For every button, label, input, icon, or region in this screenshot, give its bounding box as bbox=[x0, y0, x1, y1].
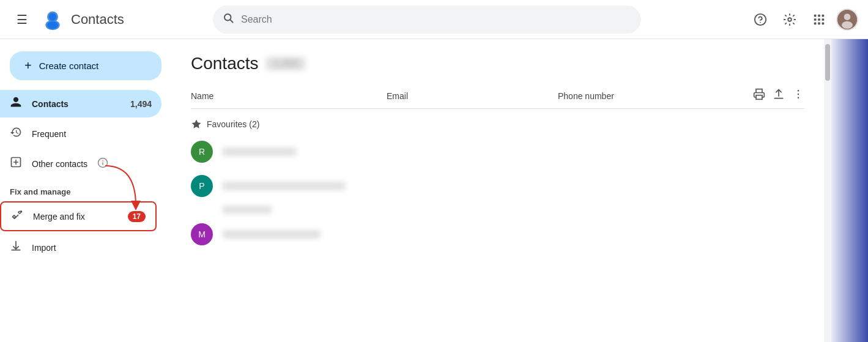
contact-avatar: M bbox=[191, 223, 213, 245]
svg-rect-17 bbox=[822, 22, 825, 24]
contact-phone bbox=[223, 230, 321, 239]
contacts-total-count: 1,494 bbox=[266, 57, 305, 70]
create-contact-button[interactable]: + Create contact bbox=[10, 51, 161, 80]
svg-point-29 bbox=[798, 97, 799, 99]
svg-point-27 bbox=[798, 90, 799, 92]
svg-rect-10 bbox=[818, 14, 820, 17]
other-contacts-info-icon bbox=[97, 157, 108, 171]
svg-point-24 bbox=[103, 160, 103, 161]
merge-fix-badge: 17 bbox=[128, 211, 146, 222]
svg-point-2 bbox=[49, 13, 57, 21]
right-edge-decoration bbox=[831, 39, 868, 342]
main-layout: + Create contact Contacts 1,494 Frequent… bbox=[0, 39, 868, 342]
topbar: ☰ Contacts bbox=[0, 0, 868, 39]
menu-button[interactable]: ☰ bbox=[10, 7, 34, 32]
contact-name bbox=[223, 147, 296, 156]
sidebar-item-contacts[interactable]: Contacts 1,494 bbox=[0, 90, 161, 117]
contacts-icon bbox=[10, 96, 22, 111]
plus-icon: + bbox=[24, 59, 32, 73]
svg-point-3 bbox=[47, 21, 58, 29]
fix-manage-section-label: Fix and manage bbox=[0, 180, 171, 199]
export-icon[interactable] bbox=[773, 88, 785, 103]
frequent-icon bbox=[10, 126, 22, 141]
company-name bbox=[223, 206, 272, 214]
frequent-label: Frequent bbox=[32, 129, 66, 139]
table-header: Name Email Phone number bbox=[191, 83, 804, 109]
star-icon bbox=[191, 119, 202, 130]
favourites-label: Favourites (2) bbox=[207, 119, 259, 129]
svg-rect-9 bbox=[814, 14, 817, 17]
svg-rect-15 bbox=[814, 22, 817, 24]
contact-avatar: P bbox=[191, 175, 213, 197]
contact-row[interactable]: R bbox=[191, 135, 804, 169]
help-button[interactable] bbox=[748, 7, 773, 32]
settings-button[interactable] bbox=[777, 7, 802, 32]
column-name: Name bbox=[191, 91, 387, 101]
column-actions bbox=[753, 88, 804, 103]
topbar-right bbox=[748, 7, 858, 32]
column-email: Email bbox=[387, 91, 558, 101]
page-title: Contacts bbox=[191, 54, 259, 73]
sidebar-item-other-contacts[interactable]: Other contacts bbox=[0, 150, 161, 177]
print-icon[interactable] bbox=[753, 88, 765, 103]
svg-line-5 bbox=[230, 20, 232, 22]
import-label: Import bbox=[32, 243, 56, 253]
user-avatar[interactable] bbox=[836, 9, 858, 31]
sidebar-item-frequent[interactable]: Frequent bbox=[0, 120, 161, 147]
favourites-section: Favourites (2) bbox=[191, 109, 804, 135]
company-row bbox=[191, 203, 804, 217]
hamburger-icon: ☰ bbox=[17, 12, 28, 27]
sidebar: + Create contact Contacts 1,494 Frequent… bbox=[0, 39, 171, 342]
search-bar[interactable] bbox=[213, 6, 641, 34]
merge-fix-label: Merge and fix bbox=[33, 212, 85, 221]
contact-name bbox=[223, 182, 345, 190]
apps-button[interactable] bbox=[807, 7, 831, 32]
more-options-icon[interactable] bbox=[792, 88, 804, 103]
contact-row[interactable]: M bbox=[191, 217, 804, 251]
import-icon bbox=[10, 240, 22, 255]
sidebar-item-merge-fix[interactable]: Merge and fix 17 bbox=[0, 201, 157, 231]
merge-fix-icon bbox=[11, 209, 23, 224]
contact-avatar: R bbox=[191, 141, 213, 163]
contacts-count: 1,494 bbox=[130, 99, 152, 109]
other-contacts-icon bbox=[10, 156, 22, 171]
svg-marker-30 bbox=[192, 120, 201, 128]
sidebar-item-import[interactable]: Import bbox=[0, 234, 161, 261]
svg-point-28 bbox=[798, 94, 799, 95]
create-contact-label: Create contact bbox=[39, 61, 99, 71]
scrollbar-thumb bbox=[825, 44, 830, 81]
topbar-left: ☰ Contacts bbox=[10, 7, 206, 32]
scrollbar[interactable] bbox=[824, 39, 831, 342]
svg-rect-13 bbox=[818, 18, 820, 21]
app-logo bbox=[42, 9, 64, 31]
content-header: Contacts 1,494 bbox=[191, 54, 804, 78]
search-icon bbox=[223, 12, 234, 26]
svg-rect-14 bbox=[822, 18, 825, 21]
search-input[interactable] bbox=[241, 14, 631, 25]
app-title: Contacts bbox=[71, 12, 124, 28]
page-title-row: Contacts 1,494 bbox=[191, 54, 804, 73]
other-contacts-label: Other contacts bbox=[32, 159, 87, 169]
column-phone: Phone number bbox=[558, 91, 753, 101]
svg-rect-16 bbox=[818, 22, 820, 24]
svg-rect-11 bbox=[822, 14, 825, 17]
svg-point-20 bbox=[842, 21, 853, 28]
svg-point-8 bbox=[788, 18, 792, 21]
contacts-label: Contacts bbox=[32, 99, 69, 109]
contact-row[interactable]: P bbox=[191, 169, 804, 203]
main-content: Contacts 1,494 Name Email Phone number bbox=[171, 39, 824, 342]
svg-point-19 bbox=[844, 13, 851, 20]
svg-rect-26 bbox=[756, 95, 762, 100]
svg-rect-12 bbox=[814, 18, 817, 21]
